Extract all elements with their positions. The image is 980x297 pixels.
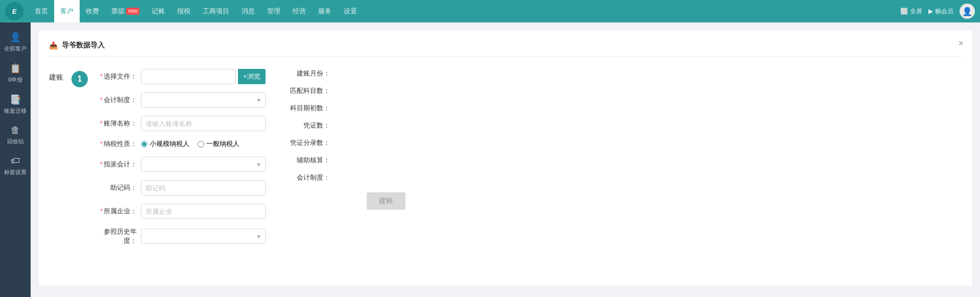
reference-year-select-wrapper: ▼	[141, 229, 266, 244]
auxiliary-accounting-row: 辅助核算：	[284, 156, 488, 165]
nav-item-operations[interactable]: 经营	[286, 0, 312, 22]
all-clients-icon: 👤	[10, 32, 21, 43]
voucher-entries-label: 凭证分录数：	[284, 138, 330, 147]
tax-type-row: 纳税性质： 小规模纳税人 一般纳税人	[96, 139, 266, 148]
tax-general[interactable]: 一般纳税人	[198, 139, 240, 148]
accounting-system-row: 会计制度： ▼	[96, 92, 266, 108]
accountant-label: 指派会计：	[96, 160, 137, 169]
nav-item-tax[interactable]: 报税	[171, 0, 197, 22]
auxiliary-accounting-label: 辅助核算：	[284, 156, 330, 165]
nav-right-area: ⬜ 全屏 ▶ 畅会员 👤	[900, 4, 975, 19]
sidebar: 👤 全部客户 📋 0申报 📑 账套迁移 🗑 回收站 🏷 标签设置	[0, 22, 31, 297]
tax-type-radio-group: 小规模纳税人 一般纳税人	[141, 139, 266, 148]
sidebar-item-recycle[interactable]: 🗑 回收站	[0, 121, 31, 150]
ledger-name-input[interactable]	[141, 116, 266, 131]
company-label: 所属企业：	[96, 207, 137, 216]
import-panel: 📥 导爷数据导入 × 建账 1 选择文件：	[39, 31, 972, 286]
reference-year-select[interactable]	[141, 229, 266, 244]
nav-item-manage[interactable]: 管理	[261, 0, 286, 22]
form-right-section: 建账月份： 匹配科目数： 科目期初数： 凭证数：	[284, 69, 488, 264]
sidebar-item-tags[interactable]: 🏷 标签设置	[0, 152, 31, 180]
file-input-group: +浏览	[141, 69, 266, 84]
new-badge: new	[126, 8, 139, 15]
build-button-wrapper: 建账	[284, 192, 488, 210]
sidebar-item-all-clients[interactable]: 👤 全部客户	[0, 28, 31, 57]
nav-item-clients[interactable]: 客户	[54, 0, 80, 22]
main-content: 📥 导爷数据导入 × 建账 1 选择文件：	[31, 22, 980, 297]
recycle-icon: 🗑	[11, 125, 20, 136]
nav-item-fees[interactable]: 收费	[80, 0, 105, 22]
file-input[interactable]	[141, 69, 236, 84]
fullscreen-button[interactable]: ⬜ 全屏	[900, 7, 922, 16]
form-fields: 选择文件： +浏览 会计制度：	[96, 69, 266, 254]
sidebar-item-migration[interactable]: 📑 账套迁移	[0, 90, 31, 119]
subject-opening-row: 科目期初数：	[284, 104, 488, 113]
close-button[interactable]: ×	[958, 39, 964, 48]
reference-year-label: 参照历史年度：	[96, 227, 137, 245]
nav-item-home[interactable]: 首页	[29, 0, 54, 22]
nav-item-business[interactable]: 工商项目	[197, 0, 235, 22]
accounting-system-label: 会计制度：	[96, 95, 137, 105]
nav-item-messages[interactable]: 消息	[235, 0, 261, 22]
nav-item-settings[interactable]: 设置	[338, 0, 363, 22]
tax-small-scale-radio[interactable]	[141, 141, 148, 147]
company-row: 所属企业：	[96, 204, 266, 219]
sidebar-item-declaration[interactable]: 📋 0申报	[0, 59, 31, 88]
nav-item-bookkeeping[interactable]: 记账	[146, 0, 171, 22]
panel-header: 📥 导爷数据导入	[49, 41, 962, 57]
migration-icon: 📑	[10, 94, 21, 105]
main-layout: 👤 全部客户 📋 0申报 📑 账套迁移 🗑 回收站 🏷 标签设置 📥 导爷数据导…	[0, 22, 980, 297]
panel-title: 导爷数据导入	[62, 41, 105, 50]
subject-opening-label: 科目期初数：	[284, 104, 330, 113]
mnemonic-label: 助记码：	[96, 183, 137, 192]
import-icon: 📥	[49, 41, 58, 50]
voucher-entries-row: 凭证分录数：	[284, 138, 488, 147]
tax-general-label: 一般纳税人	[206, 139, 240, 148]
fullscreen-icon: ⬜	[900, 8, 908, 15]
member-button[interactable]: ▶ 畅会员	[928, 7, 953, 16]
match-subjects-row: 匹配科目数：	[284, 86, 488, 95]
nav-item-services[interactable]: 服务	[312, 0, 338, 22]
ledger-name-row: 账簿名称：	[96, 116, 266, 131]
accountant-select[interactable]	[141, 157, 266, 172]
member-icon: ▶	[928, 8, 933, 15]
form-left-section: 建账 1 选择文件： +浏览	[49, 69, 264, 264]
tags-icon: 🏷	[11, 156, 20, 166]
mnemonic-input[interactable]	[141, 180, 266, 195]
tax-small-scale-label: 小规模纳税人	[150, 139, 189, 148]
right-accounting-system-label: 会计制度：	[284, 173, 330, 182]
step-label: 建账	[49, 69, 63, 82]
build-month-row: 建账月份：	[284, 69, 488, 78]
mnemonic-row: 助记码：	[96, 180, 266, 195]
tax-small-scale[interactable]: 小规模纳税人	[141, 139, 189, 148]
tax-general-radio[interactable]	[198, 141, 204, 147]
nav-item-invoices[interactable]: 票据 new	[105, 0, 146, 22]
step-section: 建账 1 选择文件： +浏览	[49, 69, 264, 254]
file-row: 选择文件： +浏览	[96, 69, 266, 84]
voucher-count-label: 凭证数：	[284, 121, 330, 130]
right-accounting-system-row: 会计制度：	[284, 173, 488, 182]
form-layout: 建账 1 选择文件： +浏览	[49, 69, 962, 264]
declaration-icon: 📋	[10, 63, 21, 74]
ledger-name-label: 账簿名称：	[96, 119, 137, 128]
file-label: 选择文件：	[96, 72, 137, 81]
company-input[interactable]	[141, 204, 266, 219]
accountant-row: 指派会计： ▼	[96, 157, 266, 172]
accounting-system-select-wrapper: ▼	[141, 92, 266, 108]
build-month-label: 建账月份：	[284, 69, 330, 78]
match-subjects-label: 匹配科目数：	[284, 86, 330, 95]
step-badge: 1	[71, 71, 88, 87]
top-navigation: E 首页 客户 收费 票据 new 记账 报税 工商项目 消息 管理 经营 服务…	[0, 0, 980, 22]
voucher-count-row: 凭证数：	[284, 121, 488, 130]
reference-year-row: 参照历史年度： ▼	[96, 227, 266, 245]
build-account-button[interactable]: 建账	[367, 192, 405, 210]
tax-type-label: 纳税性质：	[96, 139, 137, 148]
browse-button[interactable]: +浏览	[238, 69, 266, 84]
logo-text: E	[12, 8, 17, 15]
accountant-select-wrapper: ▼	[141, 157, 266, 172]
accounting-system-select[interactable]	[141, 92, 266, 108]
user-avatar[interactable]: 👤	[960, 4, 975, 19]
app-logo[interactable]: E	[5, 2, 23, 20]
